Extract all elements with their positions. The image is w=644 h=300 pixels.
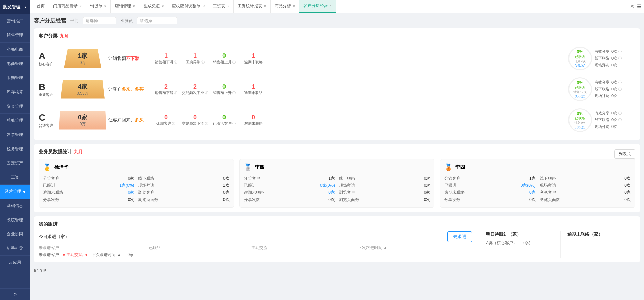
sidebar: 批发管理 ▲ 营销推广 销售管理 小畅电商 电商管理 采购管理 库存核算 资金管… — [0, 0, 30, 300]
sidebar-item-guide[interactable]: 新手引导 — [0, 241, 30, 256]
tier-row-c: C 普通客户 0家 0万 让客户回来、多买 0 休眠客户 ⓘ — [39, 105, 635, 135]
sidebar-header[interactable]: 批发管理 ▲ — [0, 0, 30, 14]
today-header: 今日跟进（家） 去跟进 — [39, 231, 472, 242]
tier-c-stats: 0 休眠客户 ⓘ 0 交易频次下滑 ⓘ 0 已激活客户 ⓘ 0 逾期未联络 — [152, 114, 565, 126]
sidebar-arrow-icon: ◀ — [22, 190, 25, 193]
sidebar-item-collab[interactable]: 企业协同 — [0, 227, 30, 241]
dept-select[interactable]: 请选择 — [83, 17, 116, 24]
divider-1 — [479, 231, 479, 258]
sidebar-item-finance[interactable]: 资金管理 — [0, 99, 30, 114]
sidebar-item-inventory[interactable]: 库存核算 — [0, 85, 30, 99]
tab-close-icon[interactable]: × — [133, 4, 135, 8]
sidebar-item-basics[interactable]: 基础信息 — [0, 199, 30, 213]
sidebar-item-cloud[interactable]: 云应用 — [0, 256, 30, 270]
staff-card-3: 🥉 李四 分管客户 1家 已跟进 0家(0%) — [440, 159, 635, 208]
staff-2-stat-left: 分管客户 1家 已跟进 0家(0%) 逾期未联络 0家 — [244, 175, 335, 203]
tier-b-circle: 0% 已联络 计划 17次 (7天/次) — [568, 77, 592, 101]
staff-3-stat-right: 线下联络 0次 现场拜访 0次 浏览客户 0家 — [540, 175, 631, 203]
today-table-header: 未跟进客户 已联络 主动交流 下次跟进时间 ▲ — [39, 245, 472, 251]
sidebar-item-sales[interactable]: 销售管理 — [0, 28, 30, 43]
sidebar-header-label: 批发管理 — [3, 4, 20, 10]
tab-close-icon[interactable]: × — [227, 4, 229, 8]
sidebar-expand-icon[interactable]: ▲ — [24, 5, 27, 9]
staff-card-2: 🥈 李四 分管客户 1家 已跟进 0家(0%) — [239, 159, 435, 208]
gear-icon: ⚙ — [13, 292, 17, 297]
tab-sales-order[interactable]: 销货单 × — [86, 0, 111, 13]
list-view-button[interactable]: 列表式 — [614, 149, 635, 159]
settings-button[interactable]: ⚙ — [0, 288, 30, 300]
tier-a-label: A 核心客户 — [39, 51, 62, 67]
tab-close-icon[interactable]: × — [293, 4, 295, 8]
tier-c-right-info: 有效分享 0次 ⓘ 线下联络 0次 ⓘ 现场拜访 0次 — [595, 110, 635, 130]
page-title: 客户分层经营 — [34, 17, 66, 24]
tier-a-slogan: 让销售额不下滑 — [108, 55, 152, 62]
main-area: 首页 门店商品目录 × 销货单 × 店铺管理 × 生成凭证 × 应收应付调整单 … — [30, 0, 644, 300]
staff-1-stat-managed: 分管客户 0家 已跟进 1家(0%) 逾期未联络 0家 — [43, 175, 134, 203]
tab-end-buttons: ✕ ☰ — [630, 4, 641, 9]
tab-store-manage[interactable]: 店铺管理 × — [111, 0, 139, 13]
tomorrow-label: 明日待跟进（家） — [486, 231, 554, 237]
tier-b-stat-3: 0 销售额上升 ⓘ — [211, 83, 238, 95]
col-next-time: 下次跟进时间 ▲ — [358, 245, 472, 251]
tomorrow-followup: 明日待跟进（家） A类（核心客户） 0家 — [486, 231, 554, 246]
sidebar-item-tax[interactable]: 税务管理 — [0, 142, 30, 156]
tab-close-icon[interactable]: × — [264, 4, 266, 8]
tier-b-bar: 4家 0.53万 — [62, 80, 103, 99]
col-customer: 未跟进客户 — [39, 245, 144, 251]
staff-label: 业务员 — [121, 18, 133, 24]
staff-3-name: 李四 — [455, 164, 465, 170]
tab-close-icon[interactable]: × — [162, 4, 164, 8]
tier-a-stat-1: 1 销售额下滑 ⓘ — [152, 52, 179, 65]
tier-b-stats: 2 销售额下滑 ⓘ 2 交易频次下滑 ⓘ 0 销售额上升 ⓘ 1 逾期未联络 — [152, 83, 565, 95]
sidebar-item-marketing[interactable]: 营销推广 — [0, 14, 30, 28]
tab-close-all-icon[interactable]: ✕ — [630, 4, 634, 9]
tab-adjust[interactable]: 应收应付调整单 × — [168, 0, 209, 13]
tier-a-stat-4: 1 逾期未联络 — [240, 52, 267, 65]
customer-tier-section: 客户分层 九月 A 核心客户 1家 0万 让销售额不下滑 — [34, 28, 640, 140]
sidebar-item-ecommerce[interactable]: 电商管理 — [0, 57, 30, 71]
sidebar-item-operations[interactable]: 经营管理 ◀ — [0, 185, 30, 199]
staff-stats-title: 业务员数据统计 九月 — [39, 149, 83, 155]
sidebar-item-system[interactable]: 系统管理 — [0, 213, 30, 227]
tier-a-bar: 1家 0万 — [62, 49, 103, 68]
tab-menu-icon[interactable]: ☰ — [637, 4, 641, 9]
sidebar-item-assets[interactable]: 固定资产 — [0, 156, 30, 170]
tab-close-icon[interactable]: × — [104, 4, 106, 8]
goto-followup-button[interactable]: 去跟进 — [447, 231, 472, 242]
tier-c-stat-2: 0 交易频次下滑 ⓘ — [181, 114, 209, 126]
overdue-followup: 逾期未联络（家） — [567, 231, 635, 240]
sidebar-item-payroll[interactable]: 工资 — [0, 170, 30, 185]
staff-select[interactable]: 请选择 — [137, 17, 177, 24]
overdue-label: 逾期未联络（家） — [567, 231, 635, 237]
tier-c-stat-4: 0 逾期未联络 — [240, 114, 267, 126]
tab-product-analysis[interactable]: 商品分析 × — [271, 0, 299, 13]
tab-store-product[interactable]: 门店商品目录 × — [49, 0, 86, 13]
tier-row-b: B 重要客户 4家 0.53万 让客户多来、多买 2 销售额下滑 ⓘ — [39, 74, 635, 105]
sidebar-item-ledger[interactable]: 总账管理 — [0, 114, 30, 128]
sidebar-item-purchase[interactable]: 采购管理 — [0, 71, 30, 85]
tab-home[interactable]: 首页 — [33, 0, 49, 13]
today-label: 今日跟进（家） — [39, 234, 69, 240]
more-filter-button[interactable]: ··· — [181, 18, 186, 23]
tab-close-icon[interactable]: × — [80, 4, 82, 8]
tab-voucher[interactable]: 生成凭证 × — [139, 0, 168, 13]
sidebar-item-ecommerce-small[interactable]: 小畅电商 — [0, 43, 30, 57]
today-note: 未跟进客户 ● 主动交流 ● 下次跟进时间 ▲ 0家 — [39, 252, 472, 258]
tab-payroll[interactable]: 工资表 × — [209, 0, 234, 13]
col-active: 主动交流 — [251, 245, 352, 251]
tab-close-icon[interactable]: × — [202, 4, 205, 8]
tab-close-icon[interactable]: × — [330, 4, 332, 8]
tab-customer-tier[interactable]: 客户分层经营 × — [299, 0, 336, 13]
sidebar-item-invoice[interactable]: 发票管理 — [0, 128, 30, 142]
tier-c-trapezoid: 0家 0万 — [59, 111, 106, 130]
tier-a-circle: 0% 已联络 计划 4次 (7天/次) — [568, 47, 592, 70]
staff-2-stats: 分管客户 1家 已跟进 0家(0%) 逾期未联络 0家 — [244, 175, 430, 203]
staff-2-name: 李四 — [255, 164, 264, 170]
followup-title: 我的跟进 — [39, 221, 635, 227]
tab-payroll-report[interactable]: 工资统计报表 × — [234, 0, 271, 13]
staff-stats-section: 业务员数据统计 九月 列表式 🥇 徐泽华 分管客户 — [34, 144, 640, 212]
tier-c-bar: 0家 0万 — [62, 111, 103, 130]
staff-3-stat-left: 分管客户 1家 已跟进 0家(0%) 逾期未联络 0家 — [444, 175, 535, 203]
staff-1-stat-right: 线下联络 0次 现场拜访 1次 浏览客户 0家 — [138, 175, 229, 203]
today-followup: 今日跟进（家） 去跟进 未跟进客户 已联络 主动交流 下次跟进时间 ▲ 未跟进客… — [39, 231, 472, 258]
